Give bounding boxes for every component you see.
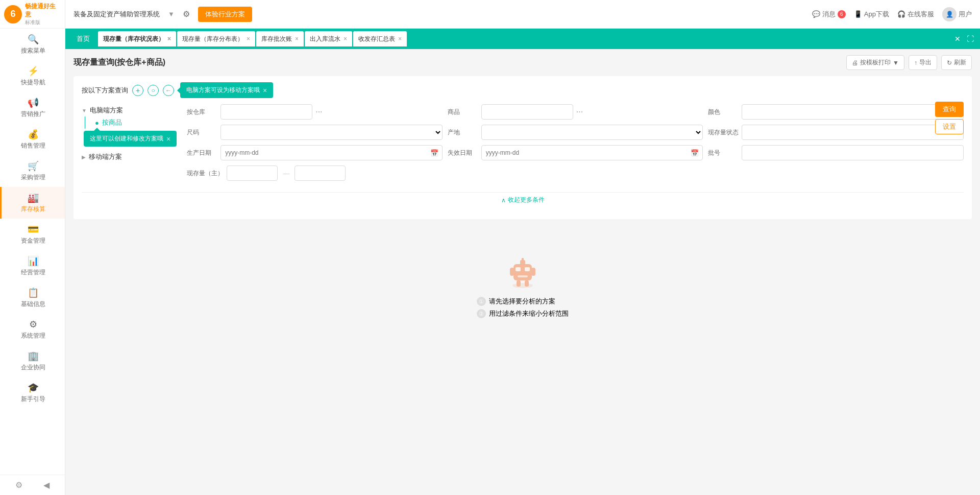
sidebar-item-inventory[interactable]: 🏭 库存核算	[0, 187, 65, 219]
warehouse-dots[interactable]: ···	[315, 107, 322, 116]
batch-label: 批号	[708, 149, 739, 157]
print-btn[interactable]: 🖨 按模板打印 ▼	[846, 55, 904, 70]
sidebar-item-finance[interactable]: 💳 资金管理	[0, 219, 65, 250]
scheme-pc-header[interactable]: ▼ 电脑端方案	[82, 104, 177, 116]
empty-tip-1: ① 请先选择要分析的方案	[477, 297, 569, 306]
field-expire-date: 失效日期 📅	[448, 145, 703, 160]
tab-fullscreen-btn[interactable]: ⛶	[965, 33, 976, 45]
warehouse-input[interactable]	[220, 104, 312, 120]
goods-dots[interactable]: ···	[576, 107, 583, 116]
tab-label-3: 出入库流水	[310, 35, 340, 43]
tree-line	[85, 116, 85, 129]
scheme-section: ▼ 电脑端方案 ● 按商品 这里可以创建和修改方案	[82, 104, 964, 186]
prod-date-calendar-icon: 📅	[430, 149, 438, 157]
stock-status-select[interactable]	[742, 125, 964, 140]
header-right: 💬 消息 6 📱 App下载 🎧 在线客服 👤 用户	[812, 7, 972, 21]
main-content: 装备及固定资产辅助管理系统 ▼ ⚙ 体验行业方案 💬 消息 6 📱 App下载 …	[65, 0, 980, 495]
stock-main-from[interactable]	[227, 166, 278, 181]
tab-item-1[interactable]: 现存量（库存分布表） ×	[177, 31, 255, 46]
tab-label-0: 现存量（库存状况表）	[103, 35, 164, 43]
origin-select[interactable]	[481, 125, 703, 140]
sidebar-item-base[interactable]: 📋 基础信息	[0, 282, 65, 314]
export-icon: ↑	[914, 59, 917, 66]
tab-close-all-btn[interactable]: ✕	[952, 33, 963, 45]
sidebar-item-inventory-label: 库存核算	[21, 205, 45, 214]
guide-icon: 🎓	[28, 382, 39, 393]
filter-back-btn[interactable]: ←	[163, 85, 174, 96]
refresh-btn[interactable]: ↻ 刷新	[941, 55, 972, 70]
tooltip-create-close[interactable]: ×	[166, 135, 170, 143]
sidebar-item-quicknav[interactable]: ⚡ 快捷导航	[0, 60, 65, 92]
settings-bottom-btn[interactable]: ⚙	[15, 480, 22, 490]
search-icon: 🔍	[28, 34, 39, 45]
industry-btn[interactable]: 体验行业方案	[198, 7, 252, 22]
filter-add-btn[interactable]: +	[132, 85, 143, 96]
app-download-btn[interactable]: 📱 App下载	[854, 10, 889, 19]
tooltip2-wrapper: 这里可以创建和修改方案哦 ×	[84, 131, 177, 147]
scheme-mobile-header[interactable]: ▶ 移动端方案	[82, 151, 177, 163]
sidebar-item-purchase[interactable]: 🛒 采购管理	[0, 155, 65, 187]
tab-item-3[interactable]: 出入库流水 ×	[305, 31, 352, 46]
stock-range-sep: —	[283, 170, 289, 177]
sidebar-item-operations[interactable]: 📊 经营管理	[0, 250, 65, 282]
content-area: 现存量查询(按仓库+商品) 🖨 按模板打印 ▼ ↑ 导出 ↻ 刷新	[65, 49, 980, 495]
sidebar-item-marketing[interactable]: 📢 营销推广	[0, 92, 65, 124]
online-service-btn[interactable]: 🎧 在线客服	[897, 10, 934, 19]
tab-close-3[interactable]: ×	[344, 35, 347, 42]
color-label: 颜色	[708, 108, 739, 116]
filter-row-2: 尺码 产地 现存量状态	[187, 125, 964, 140]
goods-input[interactable]	[481, 104, 573, 120]
tab-item-4[interactable]: 收发存汇总表 ×	[353, 31, 407, 46]
size-select[interactable]	[220, 125, 443, 140]
query-btns: 查询 设置	[935, 102, 964, 134]
sidebar-item-system[interactable]: ⚙ 系统管理	[0, 314, 65, 345]
svg-rect-6	[522, 258, 524, 261]
svg-rect-7	[510, 268, 514, 276]
user-menu[interactable]: 👤 用户	[942, 7, 972, 21]
tab-close-2[interactable]: ×	[295, 35, 299, 42]
query-btn[interactable]: 查询	[935, 102, 964, 117]
prod-date-input[interactable]	[220, 145, 443, 160]
tooltip-pc-text: 电脑方案可设为移动方案哦	[186, 86, 260, 95]
settings-gear-icon[interactable]: ⚙	[183, 9, 190, 19]
user-label: 用户	[959, 10, 972, 19]
messages-btn[interactable]: 💬 消息 6	[812, 10, 846, 19]
sidebar-item-guide[interactable]: 🎓 新手引导	[0, 377, 65, 409]
tab-item-2[interactable]: 库存批次账 ×	[256, 31, 304, 46]
page-actions: 🖨 按模板打印 ▼ ↑ 导出 ↻ 刷新	[846, 55, 972, 70]
stock-main-to[interactable]	[295, 166, 346, 181]
tab-close-0[interactable]: ×	[167, 35, 171, 42]
system-name-dropdown[interactable]: ▼	[168, 10, 175, 18]
mobile-scheme-label: 移动端方案	[89, 152, 122, 161]
sidebar-logo: 6 畅捷通好生意 标准版	[0, 0, 65, 29]
tooltip-pc-close[interactable]: ×	[263, 86, 267, 95]
tab-close-1[interactable]: ×	[247, 35, 250, 42]
filter-row-1: 按仓库 ··· 商品 ··· 颜色	[187, 104, 964, 120]
sidebar-item-sales[interactable]: 💰 销售管理	[0, 124, 65, 155]
empty-state: ① 请先选择要分析的方案 ② 用过滤条件来缩小分析范围	[74, 219, 972, 349]
sidebar-bottom: ⚙ ◀	[0, 475, 65, 495]
field-prod-date: 生产日期 📅	[187, 145, 443, 160]
field-origin: 产地	[448, 125, 703, 140]
batch-input[interactable]	[742, 145, 964, 160]
color-select[interactable]	[742, 104, 964, 120]
scheme-pc-children: ● 按商品	[82, 116, 177, 129]
export-btn[interactable]: ↑ 导出	[909, 55, 937, 70]
tab-close-4[interactable]: ×	[398, 35, 402, 42]
collapse-filter-btn[interactable]: ∧ 收起更多条件	[82, 192, 964, 207]
filter-circle-btn[interactable]: ○	[148, 85, 159, 96]
print-label: 按模板打印	[860, 58, 891, 67]
svg-rect-3	[525, 267, 530, 271]
field-size: 尺码	[187, 125, 443, 140]
sidebar-item-enterprise[interactable]: 🏢 企业协同	[0, 345, 65, 377]
expire-date-input[interactable]	[481, 145, 703, 160]
tab-home[interactable]: 首页	[69, 29, 97, 49]
scheme-pc-sub[interactable]: ● 按商品	[90, 116, 177, 129]
empty-tips: ① 请先选择要分析的方案 ② 用过滤条件来缩小分析范围	[477, 297, 569, 318]
collapse-sidebar-btn[interactable]: ◀	[43, 480, 50, 490]
tab-item-0[interactable]: 现存量（库存状况表） ×	[98, 31, 176, 46]
sidebar-item-system-label: 系统管理	[21, 332, 45, 340]
marketing-icon: 📢	[28, 97, 39, 108]
sidebar-item-search[interactable]: 🔍 搜索菜单	[0, 29, 65, 60]
reset-btn[interactable]: 设置	[935, 119, 964, 134]
